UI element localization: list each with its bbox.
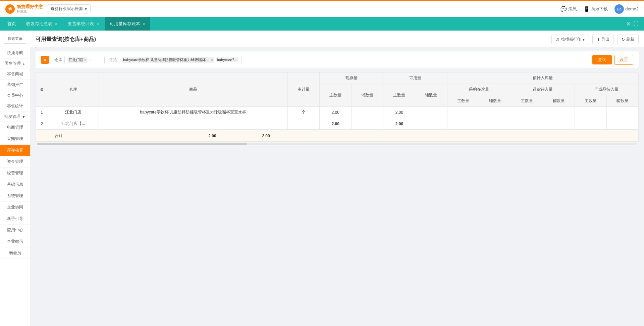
tab-close-available[interactable]: ×: [142, 21, 146, 26]
td-available-main-1: 2.00: [383, 107, 415, 118]
settings-btn[interactable]: 设置: [614, 55, 633, 65]
th-incoming-label: 进货待入量: [511, 84, 575, 95]
brand-logo: 畅 畅捷通好生意 标准版: [5, 4, 43, 14]
th-purchase-transit-main: 主数量: [447, 95, 479, 107]
th-forecast-group: 预计入库量: [447, 73, 639, 84]
td-in-main-2: [511, 118, 543, 130]
print-btn[interactable]: 🖨 按模板打印 ▾: [551, 35, 589, 44]
page-title: 可用量查询(按仓库+商品): [36, 36, 96, 43]
tab-available-stock[interactable]: 可用量库存账本 ×: [105, 17, 150, 31]
sidebar-item-marketing[interactable]: 营销推广: [0, 80, 30, 90]
user-item[interactable]: Ea demo2: [614, 4, 639, 14]
th-available-aux: 辅数量: [415, 84, 447, 107]
tab-order-stats[interactable]: 要货单统计表 ×: [63, 17, 104, 31]
sidebar-item-member-center[interactable]: 会员中心: [0, 90, 30, 101]
td-product-1: babycare学饮杯 儿童防摔防撞吸管杯重力球吸嘴杯宝宝水杯: [99, 107, 287, 118]
sidebar-item-retail-mgmt[interactable]: 零售管理: [0, 59, 30, 69]
th-available-group: 可用量: [383, 73, 447, 84]
table-footer: 合计 2.00 2.00: [36, 130, 639, 142]
td-available-aux-1: [415, 107, 447, 118]
sidebar-item-quick-nav[interactable]: 快捷导航: [0, 47, 30, 59]
product-label: 商品: [109, 57, 117, 63]
filter-toggle-btn[interactable]: »: [41, 56, 49, 64]
tab-expand-btn[interactable]: ⛶: [633, 21, 639, 27]
filter-product-group: 商品 babycare学饮杯 儿童防摔防撞吸管杯重力球吸嘴杯宝宝水杯 × bab…: [109, 56, 241, 64]
app-download-item[interactable]: 📱 App下载: [584, 6, 608, 12]
td-fin-main-1: [575, 107, 606, 118]
sidebar-item-enterprise-wechat[interactable]: 企业微信: [0, 236, 30, 247]
product-filter-box[interactable]: babycare学饮杯 儿童防摔防撞吸管杯重力球吸嘴杯宝宝水杯 × babyca…: [119, 56, 241, 64]
content-wrapper: » 仓库 江北门店 × ··· 商品: [30, 47, 644, 150]
sidebar-search-btn[interactable]: 搜索菜单: [3, 34, 27, 44]
sidebar: 搜索菜单 快捷导航 零售管理 零售商城 营销推广 会员中心 零售统计 批发管理 …: [0, 31, 30, 326]
td-pt-aux-2: [479, 118, 511, 130]
warehouse-filter-box[interactable]: 江北门店 × ···: [64, 56, 105, 64]
query-btn[interactable]: 查询: [592, 55, 612, 64]
product-tag1-close[interactable]: ×: [211, 58, 213, 62]
filter-actions: 查询 设置: [592, 55, 633, 65]
industry-select[interactable]: 母婴行业演示账套 ▾: [47, 4, 91, 13]
tab-bar-right: ✕ ⛶: [626, 17, 641, 31]
sidebar-item-finance-mgmt[interactable]: 资金管理: [0, 156, 30, 168]
tab-home[interactable]: 首页: [3, 17, 21, 31]
sidebar-item-new-guide[interactable]: 新手引导: [0, 213, 30, 225]
table-row: 1 江北门店 babycare学饮杯 儿童防摔防撞吸管杯重力球吸嘴杯宝宝水杯 个…: [36, 107, 639, 118]
message-icon: 💬: [560, 6, 567, 12]
settings-icon[interactable]: ⚙: [40, 87, 44, 92]
sidebar-item-retail-stats[interactable]: 零售统计: [0, 101, 30, 112]
page-title-bar: 可用量查询(按仓库+商品) 🖨 按模板打印 ▾ ⬇ 导出 ↻ 刷新: [30, 31, 644, 47]
sidebar-item-member-plus[interactable]: 畅会员: [0, 247, 30, 259]
export-icon: ⬇: [597, 37, 600, 42]
horizontal-scrollbar[interactable]: [36, 142, 639, 146]
content-area: 可用量查询(按仓库+商品) 🖨 按模板打印 ▾ ⬇ 导出 ↻ 刷新: [30, 31, 644, 326]
sidebar-item-wholesale-mgmt[interactable]: 批发管理: [0, 112, 30, 122]
td-warehouse-1: 江北门店: [48, 107, 99, 118]
td-fin-main-2: [575, 118, 606, 130]
download-icon: 📱: [584, 6, 590, 12]
tab-close-all-btn[interactable]: ✕: [626, 21, 631, 27]
th-purchase-transit-label: 采购在途量: [447, 84, 511, 95]
export-btn[interactable]: ⬇ 导出: [592, 35, 614, 44]
message-item[interactable]: 💬 消息: [560, 6, 577, 12]
td-fin-aux-1: [606, 107, 638, 118]
tab-close-receive[interactable]: ×: [54, 21, 58, 26]
th-checkbox[interactable]: ⚙: [36, 73, 48, 107]
refresh-btn[interactable]: ↻ 刷新: [617, 35, 639, 44]
td-stock-main-2: 2.00: [320, 118, 352, 130]
th-finished-label: 产成品待入量: [575, 84, 638, 95]
td-stock-aux-2: [352, 118, 383, 130]
th-purchase-transit-aux: 辅数量: [479, 95, 511, 107]
td-in-aux-2: [543, 118, 575, 130]
td-fin-aux-2: [606, 118, 638, 130]
footer-label: 合计: [51, 133, 78, 139]
sidebar-item-purchase-mgmt[interactable]: 采购管理: [0, 133, 30, 145]
scrollbar-track: [37, 143, 637, 145]
sidebar-item-ecom-mgmt[interactable]: 电商管理: [0, 122, 30, 133]
sidebar-item-ops-mgmt[interactable]: 经营管理: [0, 168, 30, 179]
td-in-main-1: [511, 107, 543, 118]
brand-icon: 畅: [5, 4, 15, 14]
filter-bar: » 仓库 江北门店 × ··· 商品: [36, 51, 639, 68]
th-warehouse: 仓库: [48, 73, 99, 107]
td-available-aux-2: [415, 118, 447, 130]
warehouse-tag-close[interactable]: ×: [84, 58, 86, 62]
sidebar-item-retail-store[interactable]: 零售商城: [0, 69, 30, 80]
th-finished-main: 主数量: [575, 95, 606, 107]
th-incoming-main: 主数量: [511, 95, 543, 107]
brand-text: 畅捷通好生意 标准版: [17, 4, 43, 14]
brand-name: 畅捷通好生意: [17, 4, 43, 9]
tab-bar: 首页 收发存汇总表 × 要货单统计表 × 可用量库存账本 × ✕ ⛶: [0, 17, 644, 31]
warehouse-ellipsis[interactable]: ···: [89, 57, 92, 62]
tab-close-order[interactable]: ×: [96, 21, 99, 26]
sidebar-item-inventory[interactable]: 库存核算: [0, 145, 30, 156]
scrollbar-thumb[interactable]: [37, 143, 247, 145]
tab-receive-summary[interactable]: 收发存汇总表 ×: [21, 17, 62, 31]
sidebar-search-area: 搜索菜单: [0, 31, 30, 47]
th-incoming-aux: 辅数量: [543, 95, 575, 107]
th-available-main: 主数量: [383, 84, 415, 107]
sidebar-item-enterprise-collab[interactable]: 企业协同: [0, 202, 30, 213]
td-warehouse-2: 江北门店【...: [48, 118, 99, 130]
sidebar-item-app-center[interactable]: 应用中心: [0, 225, 30, 236]
sidebar-item-system-mgmt[interactable]: 系统管理: [0, 190, 30, 202]
sidebar-item-basic-info[interactable]: 基础信息: [0, 179, 30, 190]
